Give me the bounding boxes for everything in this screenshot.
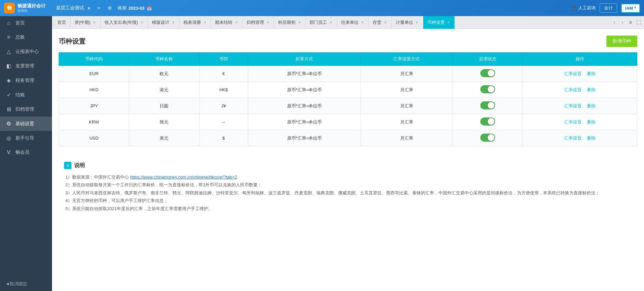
tab-balance[interactable]: 资(中期) × — [70, 16, 101, 29]
toggle-1[interactable] — [480, 85, 495, 93]
settings-icon: ⚙ — [5, 120, 12, 127]
sidebar-item-invoice[interactable]: ◧ 发票管理 — [0, 59, 52, 73]
invoice-icon: ◧ — [5, 63, 12, 69]
calendar-icon[interactable]: 📅 — [147, 6, 152, 11]
project-add-icon[interactable]: + — [95, 4, 103, 12]
tab-maximize-button[interactable]: ⛶ — [635, 18, 643, 27]
tab-close-income[interactable]: × — [140, 20, 144, 25]
toggle-knob-2 — [488, 102, 494, 109]
tab-home[interactable]: 首页 — [53, 16, 70, 29]
toggle-2[interactable] — [480, 101, 495, 109]
sidebar-item-basic[interactable]: ⚙ 基础设置 — [0, 116, 52, 131]
delete-link-4[interactable]: 删除 — [587, 136, 596, 141]
logo-text: 畅捷通好会计 — [17, 3, 46, 9]
tab-period-end[interactable]: 期末结转 × — [211, 16, 243, 29]
sidebar-pin-toggle[interactable]: ◄取消固定 — [0, 277, 52, 291]
tab-close-measure[interactable]: × — [415, 20, 419, 25]
rate-setting-link-0[interactable]: 汇率设置 — [564, 71, 582, 76]
sidebar-item-newbie[interactable]: ◎ 新手引导 — [0, 131, 52, 145]
tab-prev-button[interactable]: ‹ — [610, 18, 619, 27]
rate-setting-link-4[interactable]: 汇率设置 — [564, 136, 582, 141]
sidebar-label-settle: 结账 — [15, 92, 25, 98]
rate-setting-link-3[interactable]: 汇率设置 — [564, 119, 582, 125]
tab-close-all-button[interactable]: ✕ — [627, 18, 635, 27]
tab-close-tax[interactable]: × — [203, 20, 207, 25]
cell-method-1: 原币*汇率=本位币 — [248, 82, 361, 98]
tab-close-currency[interactable]: × — [447, 20, 450, 25]
toggle-3[interactable] — [480, 117, 495, 126]
sidebar-item-member[interactable]: V 畅会员 — [0, 145, 52, 159]
tab-archive[interactable]: 归档管理 × — [243, 16, 274, 29]
sidebar: ⌂ 首页 ≡ 总账 △ 云报表中心 ◧ 发票管理 ◈ 税务管理 ✓ 结账 ⊞ 归… — [0, 16, 52, 291]
cell-status-1 — [452, 82, 523, 98]
tab-currency[interactable]: 币种设置 × — [423, 16, 455, 29]
sidebar-label-invoice: 发票管理 — [15, 63, 34, 69]
delete-link-1[interactable]: 删除 — [587, 87, 596, 92]
tab-close-archive[interactable]: × — [266, 20, 270, 25]
table-row: JPY 日圆 J¥ 原币*汇率=本位币 月汇率 汇率设置 删除 — [59, 98, 637, 114]
cell-status-2 — [452, 98, 523, 114]
cell-actions-4: 汇率设置 删除 — [523, 130, 637, 146]
sidebar-item-ledger[interactable]: ≡ 总账 — [0, 30, 52, 44]
note-item-5: 5）系统只能自动抓取2021年度后的汇率，之前年度汇率需要用户手工维护。 — [64, 205, 632, 212]
tab-close-balance[interactable]: × — [93, 20, 96, 25]
notes-link[interactable]: https://www.chinamoney.com.cn/chinese/bk… — [130, 175, 237, 180]
cell-symbol-1: HK$ — [199, 82, 248, 98]
tab-template[interactable]: 模版设计 × — [148, 16, 179, 29]
newbie-icon: ◎ — [5, 135, 12, 141]
rate-setting-link-1[interactable]: 汇率设置 — [564, 87, 582, 92]
tab-contacts[interactable]: 往来单位 × — [337, 16, 369, 29]
tab-inventory[interactable]: 存货 × — [369, 16, 391, 29]
sidebar-item-archive[interactable]: ⊞ 归档管理 — [0, 102, 52, 116]
tab-label-archive: 归档管理 — [247, 19, 264, 26]
tab-tax[interactable]: 税表清册 × — [179, 16, 211, 29]
sidebar-item-reports[interactable]: △ 云报表中心 — [0, 44, 52, 59]
delete-link-0[interactable]: 删除 — [587, 71, 596, 76]
table-body: EUR 欧元 € 原币*汇率=本位币 月汇率 汇率设置 删除 HKD 港元 HK… — [59, 66, 637, 146]
new-currency-button[interactable]: 新增币种 — [606, 36, 637, 47]
tab-close-contacts[interactable]: × — [361, 20, 364, 25]
tab-close-department[interactable]: × — [329, 20, 333, 25]
toggle-0[interactable] — [480, 69, 495, 77]
rate-setting-link-2[interactable]: 汇率设置 — [564, 103, 582, 108]
tab-department[interactable]: 部门员工 × — [306, 16, 337, 29]
tab-next-button[interactable]: › — [619, 18, 627, 27]
tab-label-currency: 币种设置 — [427, 19, 445, 26]
note-item-2: 2）系统自动获取每月第一个工作日的汇率标价，统一为直接标价法，即1外币可以兑换的… — [64, 181, 632, 189]
consult-button[interactable]: 🎧 人工咨询 — [572, 5, 596, 11]
cell-name-2: 日圆 — [129, 98, 199, 114]
toggle-knob-3 — [488, 118, 494, 125]
delete-link-2[interactable]: 删除 — [587, 103, 596, 108]
tab-measure[interactable]: 计量单位 × — [392, 16, 423, 29]
table-header-row: 币种代码 币种名称 币符 折算方式 汇率设置方式 启用状态 操作 — [59, 53, 637, 66]
cell-rate-method-3: 月汇率 — [361, 114, 452, 130]
cell-actions-3: 汇率设置 删除 — [523, 114, 637, 130]
project-dropdown-icon[interactable]: ▾ — [86, 5, 92, 11]
account-button[interactable]: 会计 — [600, 3, 617, 13]
sidebar-item-home[interactable]: ⌂ 首页 — [0, 16, 52, 30]
page-title: 币种设置 — [59, 37, 86, 46]
tab-close-subjects[interactable]: × — [298, 20, 301, 25]
cell-status-3 — [452, 114, 523, 130]
cell-name-3: 韩元 — [129, 114, 199, 130]
cell-code-2: JPY — [59, 98, 129, 114]
toggle-knob-0 — [488, 70, 494, 77]
tab-close-period-end[interactable]: × — [234, 20, 238, 25]
tab-close-template[interactable]: × — [171, 20, 175, 25]
tab-label-template: 模版设计 — [152, 19, 169, 26]
project-area: 基层工会测试 ▾ + ⚙ 账期 2023-03 📅 — [56, 4, 572, 12]
header-right: 🎧 人工咨询 会计 iAM * — [572, 3, 640, 13]
sidebar-item-settle[interactable]: ✓ 结账 — [0, 88, 52, 102]
delete-link-3[interactable]: 删除 — [587, 119, 596, 125]
iam-badge[interactable]: iAM * — [621, 4, 640, 13]
logo-sub: 旗舰版 — [17, 8, 46, 13]
sidebar-item-tax[interactable]: ◈ 税务管理 — [0, 73, 52, 88]
project-settings-icon[interactable]: ⚙ — [106, 4, 114, 12]
toggle-4[interactable] — [480, 134, 495, 142]
cell-actions-1: 汇率设置 删除 — [523, 82, 637, 98]
home-icon: ⌂ — [5, 20, 12, 26]
tab-close-inventory[interactable]: × — [383, 20, 387, 25]
tab-income[interactable]: 收入支出表(年报) × — [101, 16, 148, 29]
tab-subjects[interactable]: 科目期初 × — [274, 16, 306, 29]
note-item-4: 4）无官方牌价的币种，可以用户手工维护汇率信息； — [64, 197, 632, 204]
